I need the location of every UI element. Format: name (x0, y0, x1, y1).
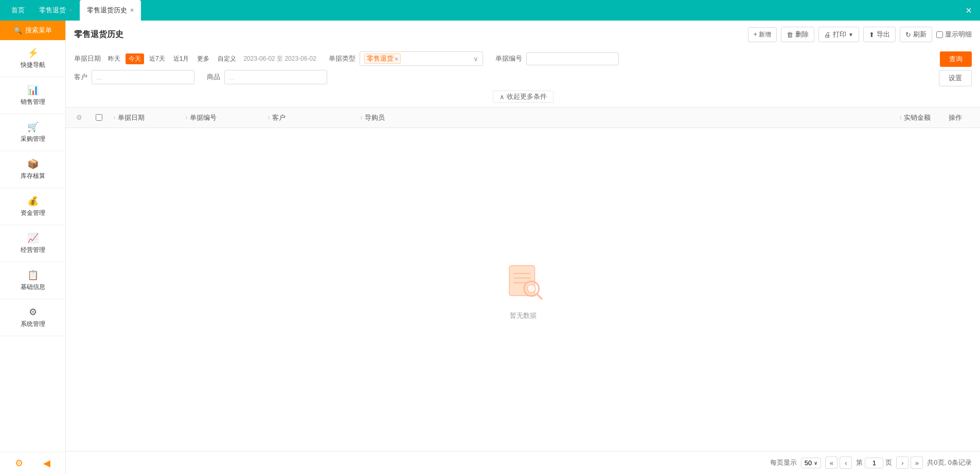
col-op: 操作 (935, 113, 976, 122)
sidebar-item-finance[interactable]: 💰 资金管理 (0, 188, 65, 225)
first-page-button[interactable]: « (825, 457, 838, 469)
empty-text: 暂无数据 (510, 311, 537, 320)
per-page-value: 50 (805, 459, 812, 467)
new-button[interactable]: + 新增 (748, 27, 777, 42)
sidebar-item-label: 系统管理 (21, 320, 45, 329)
sidebar-item-sales[interactable]: 📊 销售管理 (0, 77, 65, 114)
collapse-sidebar-icon[interactable]: ◀ (43, 458, 50, 469)
per-page-dropdown-icon: ∨ (814, 460, 817, 466)
purchase-icon: 🛒 (27, 121, 39, 133)
main-layout: 🔍 搜索菜单 ⚡ 快捷导航 📊 销售管理 🛒 采购管理 📦 库存核算 💰 资金管… (0, 21, 980, 474)
date-btn-more[interactable]: 更多 (194, 53, 212, 64)
page-label: 第 (856, 458, 863, 467)
query-button[interactable]: 查询 (940, 51, 972, 67)
sidebar-item-label: 库存核算 (21, 172, 45, 180)
close-tab-retail-return-history[interactable]: × (130, 7, 134, 14)
quick-nav-icon: ⚡ (27, 47, 39, 59)
finance-icon: 💰 (27, 195, 39, 207)
col-date-label: 单据日期 (118, 113, 145, 122)
date-label: 单据日期 (74, 54, 101, 63)
goods-input[interactable]: ... (224, 70, 327, 84)
print-button[interactable]: 🖨 打印 ▼ (818, 27, 859, 42)
tab-list: 首页 零售退货 × 零售退货历史 × (4, 0, 141, 21)
col-amount: ↕ 实销金额 (433, 113, 935, 122)
sort-icon: ↕ (899, 115, 902, 120)
sidebar-item-quick-nav[interactable]: ⚡ 快捷导航 (0, 40, 65, 77)
date-btn-today[interactable]: 今天 (126, 53, 144, 64)
query-settings-col: 查询 设置 (939, 51, 972, 86)
sidebar-bottom: ⚙ ◀ (0, 452, 65, 474)
doc-type-tag: 零售退货 × (364, 53, 401, 64)
last-page-button[interactable]: » (911, 457, 923, 469)
date-range: 2023-06-02 至 2023-06-02 (243, 54, 316, 63)
next-page-button[interactable]: › (896, 457, 908, 469)
delete-button[interactable]: 🗑 删除 (781, 27, 814, 42)
col-doc-num-label: 单据编号 (190, 113, 217, 122)
column-settings-icon[interactable]: ⚙ (76, 114, 82, 121)
show-detail-checkbox[interactable] (936, 31, 943, 38)
svg-point-5 (527, 284, 536, 293)
export-button[interactable]: ⬆ 导出 (863, 27, 896, 42)
sidebar-item-system[interactable]: ⚙ 系统管理 (0, 299, 65, 336)
date-btn-custom[interactable]: 自定义 (215, 53, 239, 64)
sidebar-item-operation[interactable]: 📈 经营管理 (0, 225, 65, 262)
sort-icon: ↕ (268, 115, 270, 120)
per-page-select[interactable]: 50 ∨ (801, 458, 821, 468)
pagination-bar: 每页显示 50 ∨ « ‹ 第 页 › » 共0页, 0条 (66, 451, 980, 474)
table-header: ⚙ ↕ 单据日期 ↕ 单据编号 ↕ 客户 ↕ (66, 107, 980, 128)
close-tab-retail-return[interactable]: × (69, 7, 73, 14)
sidebar-search[interactable]: 🔍 搜索菜单 (0, 21, 65, 40)
basic-info-icon: 📋 (27, 269, 39, 281)
doc-type-select[interactable]: 零售退货 × ∨ (360, 51, 483, 66)
collapse-bar[interactable]: ∧ 收起更多条件 (74, 88, 972, 107)
sort-icon: ↕ (360, 115, 363, 120)
prev-page-button[interactable]: ‹ (840, 457, 852, 469)
tab-home[interactable]: 首页 (4, 0, 32, 21)
col-guide-label: 导购员 (365, 113, 385, 122)
operation-icon: 📈 (27, 232, 39, 244)
filter-row-1: 单据日期 昨天 今天 近7天 近1月 更多 自定义 2023-06-02 至 2… (74, 51, 939, 66)
date-btn-1month[interactable]: 近1月 (170, 53, 192, 64)
filter-settings-button[interactable]: 设置 (939, 70, 972, 86)
doc-num-input[interactable] (526, 52, 619, 65)
empty-icon (500, 259, 546, 305)
sidebar-item-purchase[interactable]: 🛒 采购管理 (0, 114, 65, 151)
sidebar-item-label: 资金管理 (21, 209, 45, 217)
doc-type-tag-close[interactable]: × (395, 55, 399, 63)
doc-num-label: 单据编号 (495, 54, 522, 63)
goods-filter-group: 商品 ... (207, 70, 327, 84)
sort-icon: ↕ (185, 115, 188, 120)
window-close-button[interactable]: × (961, 5, 976, 16)
sidebar-item-inventory[interactable]: 📦 库存核算 (0, 151, 65, 188)
col-checkbox (88, 114, 109, 121)
col-amount-label: 实销金额 (904, 113, 931, 122)
collapse-button[interactable]: ∧ 收起更多条件 (493, 90, 554, 103)
date-btn-yesterday[interactable]: 昨天 (105, 53, 123, 64)
refresh-button[interactable]: ↻ 刷新 (900, 27, 932, 42)
col-doc-num: ↕ 单据编号 (181, 113, 263, 122)
search-icon: 🔍 (14, 27, 22, 34)
sidebar-item-label: 采购管理 (21, 135, 45, 143)
sidebar: 🔍 搜索菜单 ⚡ 快捷导航 📊 销售管理 🛒 采购管理 📦 库存核算 💰 资金管… (0, 21, 66, 474)
sidebar-item-label: 经营管理 (21, 246, 45, 254)
sales-icon: 📊 (27, 84, 39, 96)
customer-input[interactable]: ... (92, 70, 194, 84)
collapse-icon: ∧ (500, 93, 505, 101)
show-detail-checkbox-label[interactable]: 显示明细 (936, 30, 972, 39)
toolbar: + 新增 🗑 删除 🖨 打印 ▼ ⬆ 导出 ↻ (748, 27, 972, 42)
svg-line-6 (537, 294, 542, 299)
date-btn-7days[interactable]: 近7天 (146, 53, 168, 64)
inventory-icon: 📦 (27, 158, 39, 170)
sidebar-item-basic-info[interactable]: 📋 基础信息 (0, 262, 65, 299)
tab-retail-return-history[interactable]: 零售退货历史 × (80, 0, 141, 21)
page-title: 零售退货历史 (74, 29, 123, 40)
table-area: ⚙ ↕ 单据日期 ↕ 单据编号 ↕ 客户 ↕ (66, 107, 980, 474)
tab-retail-return[interactable]: 零售退货 × (32, 0, 80, 21)
customer-filter-group: 客户 ... (74, 70, 194, 84)
sidebar-search-label: 搜索菜单 (25, 26, 52, 35)
page-number-input[interactable] (865, 458, 883, 468)
settings-bottom-icon[interactable]: ⚙ (15, 458, 23, 469)
content-area: 零售退货历史 + 新增 🗑 删除 🖨 打印 ▼ ⬆ 导出 (66, 21, 980, 474)
select-all-checkbox[interactable] (96, 114, 102, 121)
col-guide: ↕ 导购员 (356, 113, 433, 122)
